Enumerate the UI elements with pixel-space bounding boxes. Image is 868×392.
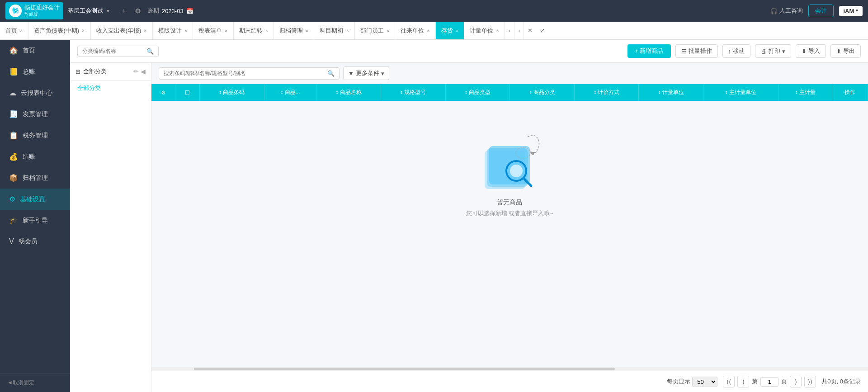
sidebar-item-tax[interactable]: 📋 税务管理 bbox=[0, 125, 70, 146]
settlement-icon: 💰 bbox=[9, 152, 18, 161]
page-navigation: ⟨⟨ ⟨ 第 页 ⟩ ⟩⟩ bbox=[723, 376, 816, 387]
print-label: 打印 bbox=[769, 47, 780, 55]
col-action: 操作 bbox=[832, 84, 868, 101]
sidebar-item-settings[interactable]: ⚙ 基础设置 bbox=[0, 189, 70, 210]
tab-assets[interactable]: 资产负债表(中期) × bbox=[28, 22, 90, 39]
main-layout: 🏠 首页 📒 总账 ☁ 云报表中心 🧾 发票管理 📋 税务管理 💰 结账 📦 归… bbox=[0, 40, 868, 392]
tab-contacts[interactable]: 往来单位 × bbox=[395, 22, 435, 39]
category-search-icon[interactable]: 🔍 bbox=[146, 48, 154, 55]
sidebar-pin-button[interactable]: ◄取消固定 bbox=[0, 373, 70, 392]
import-button[interactable]: ⬇ 导入 bbox=[796, 44, 826, 58]
tab-template[interactable]: 模版设计 × bbox=[153, 22, 193, 39]
tab-unit-close[interactable]: × bbox=[496, 28, 499, 33]
account-button[interactable]: 会计 bbox=[808, 5, 834, 17]
settings-gear-icon: ⚙ bbox=[9, 195, 15, 203]
settings-icon[interactable]: ⚙ bbox=[133, 5, 143, 17]
tab-prev-button[interactable]: ‹ bbox=[505, 22, 514, 39]
sidebar-ledger-label: 总账 bbox=[23, 68, 35, 76]
table-settings-icon[interactable]: ⚙ bbox=[151, 84, 175, 101]
sidebar-item-archive[interactable]: 📦 归档管理 bbox=[0, 167, 70, 189]
grid-icon: ⊞ bbox=[75, 68, 80, 75]
new-product-button[interactable]: + 新增商品 bbox=[627, 44, 670, 58]
tab-period-end-close[interactable]: × bbox=[265, 28, 268, 33]
sidebar-invoice-label: 发票管理 bbox=[23, 110, 48, 118]
table-checkbox-all[interactable]: ☐ bbox=[175, 84, 200, 101]
pin-label: ◄取消固定 bbox=[7, 379, 34, 387]
tab-income-label: 收入支出表(年报) bbox=[96, 27, 142, 35]
tab-close-all-button[interactable]: ✕ bbox=[524, 22, 536, 39]
sidebar-item-member[interactable]: V 畅会员 bbox=[0, 231, 70, 252]
category-search-box[interactable]: 🔍 bbox=[77, 46, 159, 57]
table-container: 🔍 ▼ 更多条件 ▾ ⚙ ☐ bbox=[151, 63, 868, 392]
iam-badge[interactable]: iAM * bbox=[839, 6, 863, 16]
tab-expand-button[interactable]: ⤢ bbox=[536, 22, 548, 39]
tab-income[interactable]: 收入支出表(年报) × bbox=[91, 22, 153, 39]
tab-archive-close[interactable]: × bbox=[306, 28, 308, 33]
svg-point-4 bbox=[510, 165, 523, 177]
more-filter-button[interactable]: ▼ 更多条件 ▾ bbox=[343, 66, 389, 80]
dropdown-arrow-icon: ▼ bbox=[106, 9, 110, 14]
guide-icon: 🎓 bbox=[9, 216, 18, 225]
empty-state: 暂无商品 您可以选择新增,或者直接导入哦~ bbox=[151, 101, 868, 245]
period-info: 账期 2023-03 📅 bbox=[147, 7, 193, 15]
service-button[interactable]: 🎧 人工咨询 bbox=[770, 7, 803, 15]
tab-home-close[interactable]: × bbox=[20, 28, 23, 33]
sidebar-item-settlement[interactable]: 💰 结账 bbox=[0, 146, 70, 167]
category-edit-icon[interactable]: ✏ bbox=[133, 68, 139, 75]
page-label: 第 bbox=[752, 378, 758, 386]
sidebar-item-invoice[interactable]: 🧾 发票管理 bbox=[0, 104, 70, 125]
category-search-input[interactable] bbox=[82, 48, 144, 54]
print-button[interactable]: 🖨 打印 ▾ bbox=[755, 44, 791, 58]
more-filter-label: 更多条件 bbox=[356, 69, 379, 77]
first-page-button[interactable]: ⟨⟨ bbox=[723, 376, 735, 387]
per-page-label: 每页显示 bbox=[667, 378, 690, 386]
workspace-selector[interactable]: 基层工会测试 ▼ bbox=[68, 7, 110, 15]
prev-page-button[interactable]: ⟨ bbox=[737, 376, 749, 387]
page-input[interactable] bbox=[760, 377, 778, 387]
last-page-button[interactable]: ⟩⟩ bbox=[804, 376, 816, 387]
sidebar-item-ledger[interactable]: 📒 总账 bbox=[0, 61, 70, 82]
tab-home[interactable]: 首页 × bbox=[0, 22, 28, 39]
add-tab-icon[interactable]: ＋ bbox=[118, 5, 129, 18]
sidebar-home-label: 首页 bbox=[23, 47, 35, 55]
move-button[interactable]: ↕ 移动 bbox=[722, 44, 751, 58]
tab-tax[interactable]: 税表清单 × bbox=[193, 22, 233, 39]
calendar-icon[interactable]: 📅 bbox=[186, 8, 193, 14]
inner-layout: ⊞ 全部分类 ✏ ◀ 全部分类 🔍 bbox=[70, 63, 868, 392]
tab-assets-close[interactable]: × bbox=[82, 28, 85, 33]
sidebar-item-home[interactable]: 🏠 首页 bbox=[0, 40, 70, 61]
category-item-all[interactable]: 全部分类 bbox=[70, 80, 151, 96]
headset-icon: 🎧 bbox=[770, 8, 778, 14]
tab-tax-close[interactable]: × bbox=[225, 28, 227, 33]
logo-icon: 畅 bbox=[9, 5, 22, 17]
next-page-button[interactable]: ⟩ bbox=[790, 376, 802, 387]
col-code: ↕ 商品... bbox=[264, 84, 316, 101]
col-type: ↕ 商品类型 bbox=[445, 84, 510, 101]
export-button[interactable]: ⬆ 导出 bbox=[830, 44, 861, 58]
product-search-input[interactable] bbox=[164, 70, 325, 76]
page-size-select[interactable]: 50 10 20 100 bbox=[692, 377, 717, 387]
product-search-icon[interactable]: 🔍 bbox=[327, 70, 335, 77]
tab-subject-close[interactable]: × bbox=[346, 28, 349, 33]
tab-income-close[interactable]: × bbox=[144, 28, 146, 33]
empty-svg bbox=[473, 128, 546, 191]
sidebar-item-guide[interactable]: 🎓 新手引导 bbox=[0, 210, 70, 231]
tab-dept-close[interactable]: × bbox=[387, 28, 389, 33]
tab-archive[interactable]: 归档管理 × bbox=[274, 22, 314, 39]
svg-marker-6 bbox=[530, 151, 536, 155]
tab-unit[interactable]: 计量单位 × bbox=[464, 22, 505, 39]
category-collapse-icon[interactable]: ◀ bbox=[141, 68, 146, 75]
tab-subject[interactable]: 科目期初 × bbox=[314, 22, 354, 39]
sidebar-tax-label: 税务管理 bbox=[23, 132, 48, 140]
tab-inventory[interactable]: 存货 × bbox=[436, 22, 464, 39]
tab-period-end[interactable]: 期末结转 × bbox=[234, 22, 274, 39]
batch-operation-button[interactable]: ☰ 批量操作 bbox=[675, 44, 718, 58]
sidebar-item-cloud-report[interactable]: ☁ 云报表中心 bbox=[0, 82, 70, 104]
product-search-box[interactable]: 🔍 bbox=[159, 67, 340, 80]
tab-next-button[interactable]: › bbox=[514, 22, 524, 39]
tab-contacts-close[interactable]: × bbox=[427, 28, 429, 33]
tab-inventory-close[interactable]: × bbox=[456, 28, 458, 33]
tab-template-close[interactable]: × bbox=[184, 28, 187, 33]
tab-dept[interactable]: 部门员工 × bbox=[355, 22, 395, 39]
export-icon: ⬆ bbox=[836, 48, 841, 55]
